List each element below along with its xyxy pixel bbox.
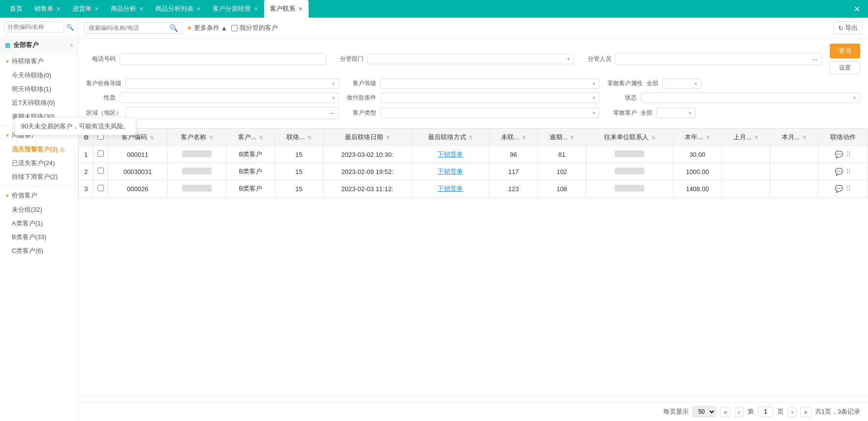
sidebar-item-class-a[interactable]: A类客户(1)	[0, 217, 78, 230]
row3-check[interactable]	[97, 185, 104, 191]
sort-arrows-method[interactable]: ⇅	[469, 135, 473, 140]
filter-price-level-select[interactable]: ▾	[125, 78, 339, 89]
sidebar-item-churned-label: 已流失客户(24)	[12, 159, 55, 168]
sort-arrows-person[interactable]: ⇅	[651, 135, 655, 140]
sidebar-item-7days[interactable]: 近7天待联络(0)	[0, 96, 78, 110]
tab-analysis-close[interactable]: ✕	[139, 6, 144, 12]
prev-page-button[interactable]: ‹	[735, 407, 744, 417]
sort-arrows-unlisted[interactable]: ⇅	[522, 135, 526, 140]
filter-status-select[interactable]: ▾	[641, 93, 860, 103]
tab-customer-tier[interactable]: 客户分层经营 ✕	[207, 0, 264, 18]
settings-button[interactable]: 设置	[830, 61, 860, 74]
sidebar-group-pending[interactable]: ▼ 待联络客户	[0, 54, 78, 69]
window-close-button[interactable]: ✕	[850, 4, 864, 14]
per-page-select[interactable]: 50	[693, 406, 716, 417]
level-arrow-icon: ▾	[593, 81, 595, 86]
row3-chat-icon[interactable]: 💬	[835, 185, 843, 193]
tab-customer-contact-close[interactable]: ✕	[298, 6, 303, 12]
tab-purchase-close[interactable]: ✕	[95, 6, 99, 12]
row3-action: 💬 ⠿	[818, 180, 868, 198]
sidebar-item-ungroup-label: 未分组(32)	[12, 205, 42, 214]
sidebar-group-value[interactable]: ▼ 价值客户	[0, 188, 78, 203]
sidebar-item-class-b[interactable]: B类客户(33)	[0, 230, 78, 244]
filter-dept-select[interactable]: ▾	[367, 54, 574, 64]
row2-chat-icon[interactable]: 💬	[835, 168, 843, 175]
search-wrap[interactable]: 🔍	[84, 22, 182, 34]
more-conditions-button[interactable]: ▼ 更多条件 ▲	[186, 24, 227, 32]
row1-check[interactable]	[97, 150, 104, 157]
sidebar-all-customers[interactable]: ⊞ 全部客户 «	[0, 37, 78, 54]
last-page-button[interactable]: »	[800, 407, 811, 417]
query-button[interactable]: 查询	[830, 44, 860, 58]
my-customers-check[interactable]	[231, 25, 238, 31]
search-button[interactable]: 🔍	[169, 24, 178, 32]
tab-sales[interactable]: 销售单 ✕	[28, 0, 67, 18]
tab-customer-tier-close[interactable]: ✕	[254, 6, 258, 12]
row1-checkbox[interactable]	[94, 146, 108, 163]
filter-row-1: 电话号码 分管部门 ▾ 分管人员 ··· 查询	[86, 44, 860, 74]
row3-checkbox[interactable]	[94, 180, 108, 198]
row2-cmonth	[770, 163, 819, 180]
sort-arrows-type[interactable]: ⇅	[259, 135, 263, 140]
page-number-input[interactable]	[758, 407, 773, 417]
row3-lmonth	[722, 180, 770, 198]
sort-arrows-code[interactable]: ⇅	[150, 135, 154, 140]
sidebar-item-churn-warning[interactable]: 流失预警客户(3) ⚠	[0, 143, 78, 156]
export-button[interactable]: ↻ 导出	[834, 22, 862, 34]
sort-arrows-date[interactable]: ⇅	[386, 135, 390, 140]
filter-price-level-label: 客户价格等级	[86, 79, 121, 88]
sidebar-item-declining[interactable]: 持续下滑客户(2)	[0, 170, 78, 184]
filter-customer-type-select[interactable]: ▾	[380, 108, 600, 118]
sidebar-search-input[interactable]	[4, 22, 64, 32]
sort-arrows-cmonth[interactable]: ⇅	[802, 135, 806, 140]
sidebar-search-area: 🔍	[0, 18, 78, 37]
arrow-icon-2: ▼	[5, 133, 10, 138]
row3-more-icon[interactable]: ⠿	[846, 185, 851, 193]
tab-analysis-list-close[interactable]: ✕	[196, 6, 201, 12]
filter-phone-input[interactable]	[120, 53, 326, 65]
row2-more-icon[interactable]: ⠿	[846, 168, 851, 175]
next-page-button[interactable]: ›	[788, 407, 796, 417]
sort-arrows-name[interactable]: ⇅	[209, 135, 213, 140]
first-page-button[interactable]: «	[720, 407, 730, 417]
sort-arrows-year[interactable]: ⇅	[706, 135, 710, 140]
tab-customer-tier-label: 客户分层经营	[213, 4, 251, 13]
row1-more-icon[interactable]: ⠿	[846, 150, 851, 158]
sort-arrows-lmonth[interactable]: ⇅	[754, 135, 758, 140]
row2-checkbox[interactable]	[94, 163, 108, 180]
tab-home[interactable]: 首页	[4, 0, 28, 18]
th-current-month-label: 本月...	[782, 133, 800, 141]
search-input[interactable]	[89, 25, 169, 31]
row3-method-link[interactable]: 下销货单	[437, 185, 463, 192]
sort-arrows-overdue[interactable]: ⇅	[570, 135, 574, 140]
horizontal-scrollbar[interactable]	[78, 396, 868, 402]
collapse-icon[interactable]: «	[70, 42, 73, 48]
row2-contact: 15	[275, 163, 323, 180]
filter-gender-select[interactable]: ▾	[120, 93, 339, 103]
my-customers-checkbox[interactable]: 我分管的客户	[231, 24, 278, 32]
tab-customer-contact[interactable]: 客户联系 ✕	[264, 0, 309, 18]
row1-chat-icon[interactable]: 💬	[835, 150, 843, 158]
row2-check[interactable]	[97, 168, 104, 174]
tab-analysis-list[interactable]: 商品分析列表 ✕	[149, 0, 207, 18]
filter-payment-select[interactable]: ▾	[380, 93, 600, 103]
tab-sales-close[interactable]: ✕	[56, 6, 61, 12]
filter-status: 状态 ▾	[607, 93, 860, 103]
tab-analysis[interactable]: 商品分析 ✕	[105, 0, 149, 18]
filter-region-select[interactable]: ···	[125, 107, 339, 119]
tab-purchase[interactable]: 进货单 ✕	[67, 0, 105, 18]
sort-arrows-contact[interactable]: ⇅	[308, 135, 312, 140]
th-customer-type: 客户... ⇅	[226, 129, 275, 146]
sidebar-item-tomorrow[interactable]: 明天待联络(1)	[0, 82, 78, 96]
sidebar-item-ungroup[interactable]: 未分组(32)	[0, 203, 78, 217]
sidebar-item-class-c[interactable]: C类客户(6)	[0, 244, 78, 258]
sidebar-item-churned[interactable]: 已流失客户(24)	[0, 156, 78, 170]
filter-customer-level-select[interactable]: ▾	[380, 78, 600, 89]
sidebar-item-today[interactable]: 今天待联络(0)	[0, 69, 78, 82]
row2-method-link[interactable]: 下销货单	[437, 168, 463, 175]
filter-person-select[interactable]: ···	[615, 53, 822, 65]
filter-zero-attr-select[interactable]: ▾	[662, 78, 701, 89]
row1-method-link[interactable]: 下销货单	[437, 150, 463, 158]
sidebar-search-icon[interactable]: 🔍	[66, 24, 74, 31]
filter-zero-customer-select[interactable]: ▾	[656, 108, 696, 118]
